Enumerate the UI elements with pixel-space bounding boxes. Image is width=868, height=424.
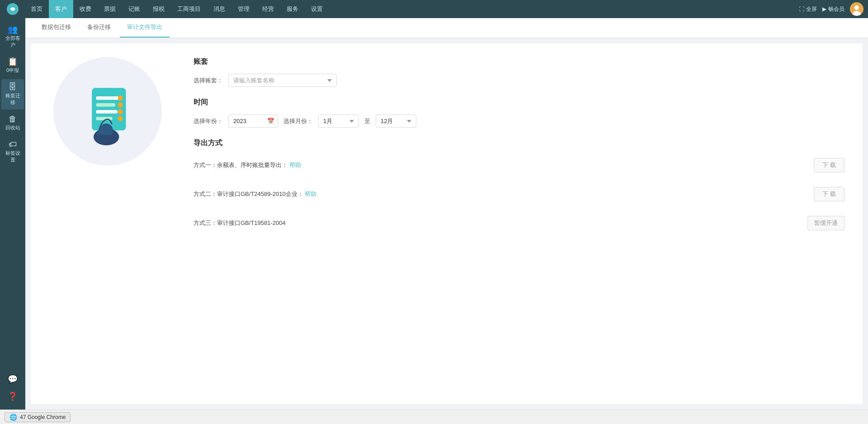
- illustration-svg: [74, 75, 142, 148]
- svg-point-13: [118, 116, 123, 121]
- method2-label: 方式二：审计接口GB/T24589-2010企业： 帮助: [193, 190, 316, 198]
- chrome-icon: 🌐: [9, 414, 17, 421]
- method2-help-link[interactable]: 帮助: [305, 191, 316, 197]
- tag-settings-icon: 🏷: [9, 140, 17, 148]
- recycle-icon: 🗑: [9, 115, 17, 123]
- svg-rect-6: [96, 96, 120, 100]
- tab-bar: 数据包迁移 备份迁移 审计文件导出: [25, 18, 868, 38]
- svg-point-3: [854, 5, 859, 10]
- method1-label: 方式一：余额表、序时账批量导出： 帮助: [193, 161, 301, 169]
- method3-open-button[interactable]: 暂缓开通: [807, 216, 844, 230]
- nav-billing[interactable]: 收费: [73, 0, 98, 18]
- tab-data-migration[interactable]: 数据包迁移: [34, 18, 78, 38]
- year-input[interactable]: [228, 114, 278, 128]
- nav-bookkeeping[interactable]: 记账: [122, 0, 146, 18]
- year-label: 选择年份：: [193, 117, 223, 125]
- form-area: 账套 选择账套： 请输入账套名称 时间 选择年份：: [193, 57, 844, 242]
- time-row: 选择年份： 📅 选择月份： 1月 2月 3月 4月 5: [193, 114, 844, 128]
- sidebar-bottom: 💬 ❓: [1, 372, 24, 410]
- svg-rect-8: [96, 110, 118, 114]
- page-content: 账套 选择账套： 请输入账套名称 时间 选择年份：: [31, 43, 863, 404]
- help-icon: ❓: [8, 392, 18, 400]
- method1-help-link[interactable]: 帮助: [289, 162, 301, 168]
- top-navigation: 首页 客户 收费 票据 记账 报税 工商项目 消息 管理 经营 服务 设置 ⛶ …: [0, 0, 868, 18]
- vip-button[interactable]: ▶ 畅会员: [822, 5, 844, 13]
- svg-point-11: [118, 102, 123, 107]
- sidebar-item-tag-settings[interactable]: 🏷 标签设置: [1, 137, 24, 167]
- fullscreen-icon: ⛶: [799, 6, 804, 12]
- zero-report-icon: 📋: [8, 57, 18, 66]
- time-section-title: 时间: [193, 98, 844, 107]
- tab-audit-export[interactable]: 审计文件导出: [120, 18, 170, 38]
- nav-business[interactable]: 工商项目: [171, 0, 207, 18]
- svg-rect-7: [96, 103, 115, 107]
- export-section: 导出方式 方式一：余额表、序时账批量导出： 帮助 下 载 方式二：审计接口GB/…: [193, 138, 844, 233]
- export-method-1: 方式一：余额表、序时账批量导出： 帮助 下 载: [193, 155, 844, 175]
- account-select-row: 选择账套： 请输入账套名称: [193, 74, 844, 87]
- fullscreen-button[interactable]: ⛶ 全屏: [799, 5, 817, 13]
- account-select-label: 选择账套：: [193, 76, 223, 85]
- month-start-select[interactable]: 1月 2月 3月 4月 5月 6月 7月 8月 9月 10月 11月: [318, 114, 359, 128]
- nav-items: 首页 客户 收费 票据 记账 报税 工商项目 消息 管理 经营 服务 设置: [24, 0, 799, 18]
- export-method-3: 方式三：审计接口GB/T19581-2004 暂缓开通: [193, 213, 844, 233]
- time-section: 时间 选择年份： 📅 选择月份： 1月 2月 3月: [193, 98, 844, 128]
- month-label: 选择月份：: [283, 117, 313, 125]
- method1-download-button[interactable]: 下 载: [814, 158, 844, 172]
- nav-tax[interactable]: 报税: [146, 0, 171, 18]
- nav-messages[interactable]: 消息: [207, 0, 231, 18]
- method2-download-button[interactable]: 下 载: [814, 187, 844, 201]
- year-input-wrap: 📅: [228, 114, 278, 128]
- to-label: 至: [364, 117, 370, 125]
- avatar[interactable]: [850, 2, 863, 16]
- method3-label: 方式三：审计接口GB/T19581-2004: [193, 219, 286, 227]
- export-section-title: 导出方式: [193, 138, 844, 148]
- svg-point-1: [11, 8, 14, 10]
- all-customers-icon: 👥: [8, 25, 18, 33]
- illustration-area: [49, 57, 166, 166]
- nav-customers[interactable]: 客户: [49, 0, 73, 18]
- illustration-circle: [53, 57, 162, 166]
- nav-services[interactable]: 服务: [280, 0, 305, 18]
- sidebar-item-all-customers[interactable]: 👥 全部客户: [1, 22, 24, 52]
- tab-backup-migration[interactable]: 备份迁移: [80, 18, 118, 38]
- sidebar-item-help[interactable]: ❓: [1, 389, 24, 404]
- nav-invoices[interactable]: 票据: [98, 0, 122, 18]
- main-layout: 👥 全部客户 📋 0申报 🗄 账套迁移 🗑 回收站 🏷 标签设置 💬 ❓: [0, 18, 868, 410]
- taskbar: 🌐 47 Google Chrome: [0, 410, 868, 424]
- sidebar-item-account-migration[interactable]: 🗄 账套迁移: [1, 79, 24, 110]
- sidebar: 👥 全部客户 📋 0申报 🗄 账套迁移 🗑 回收站 🏷 标签设置 💬 ❓: [0, 18, 25, 410]
- nav-operations[interactable]: 经营: [256, 0, 280, 18]
- nav-home[interactable]: 首页: [24, 0, 49, 18]
- account-select[interactable]: 请输入账套名称: [228, 74, 337, 87]
- month-end-select[interactable]: 1月 2月 3月 4月 5月 6月 7月 8月 9月 10月 11月: [376, 114, 416, 128]
- sidebar-item-chat[interactable]: 💬: [1, 372, 24, 387]
- taskbar-chrome[interactable]: 🌐 47 Google Chrome: [5, 412, 71, 422]
- account-section-title: 账套: [193, 57, 844, 67]
- nav-right: ⛶ 全屏 ▶ 畅会员: [799, 2, 863, 16]
- chat-icon: 💬: [8, 375, 18, 383]
- svg-point-10: [118, 95, 123, 100]
- account-migration-icon: 🗄: [9, 83, 17, 91]
- vip-icon: ▶: [822, 6, 826, 12]
- svg-point-12: [118, 109, 123, 114]
- sidebar-item-recycle[interactable]: 🗑 回收站: [1, 111, 24, 135]
- app-logo: [5, 1, 21, 17]
- content-area: 数据包迁移 备份迁移 审计文件导出: [25, 18, 868, 410]
- sidebar-item-zero-report[interactable]: 📋 0申报: [1, 54, 24, 77]
- content-wrapper: 账套 选择账套： 请输入账套名称 时间 选择年份：: [49, 57, 844, 242]
- nav-settings[interactable]: 设置: [305, 0, 329, 18]
- nav-management[interactable]: 管理: [231, 0, 256, 18]
- export-method-2: 方式二：审计接口GB/T24589-2010企业： 帮助 下 载: [193, 184, 844, 204]
